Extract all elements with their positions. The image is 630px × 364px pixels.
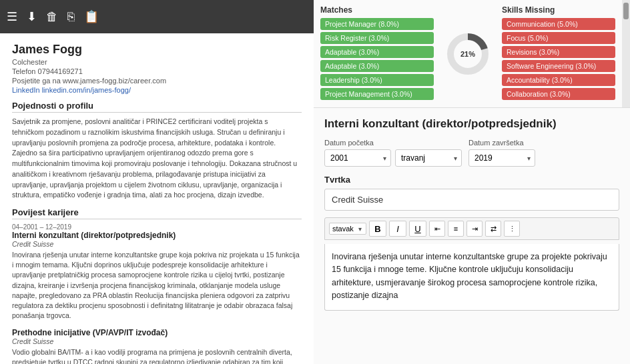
add-document-icon[interactable]: 📋	[84, 9, 99, 24]
matches-title: Matches	[320, 5, 434, 15]
company-section-label: Tvrtka	[324, 175, 619, 185]
month-start-select[interactable]: travanj	[395, 149, 462, 167]
list-button[interactable]: ⋮	[504, 221, 520, 237]
match-item: Risk Register (3.0%)	[320, 32, 434, 44]
date-start-group: Datum početka 2001 travanj	[324, 139, 462, 167]
italic-button[interactable]: I	[389, 221, 406, 237]
skills-missing-list: Communication (5.0%)Focus (5.0%)Revision…	[502, 18, 615, 100]
resume-phone: Telefon 07944169271	[12, 67, 302, 75]
job-desc-2: Vodio globalni BA/ITM- a i kao vodilji p…	[12, 347, 302, 364]
resume-linkedin: LinkedIn linkedin.com/in/james-fogg/	[12, 86, 302, 94]
job-company-1: Credit Suisse	[12, 240, 302, 248]
underline-button[interactable]: U	[409, 221, 426, 237]
resume-website: Posjetite ga na www.james-fogg.biz/caree…	[12, 77, 302, 85]
right-panel: Matches Project Manager (8.0%)Risk Regis…	[314, 0, 630, 364]
job-entry-1: 04–2001 – 12–2019 Interni konzultant (di…	[12, 223, 302, 321]
match-item: Project Management (3.0%)	[320, 88, 434, 100]
job-dates-1: 04–2001 – 12–2019	[12, 223, 302, 231]
main-content: Interni konzultant (direktor/potpredsjed…	[314, 108, 630, 320]
resume-location: Colchester	[12, 58, 302, 66]
date-row: Datum početka 2001 travanj Datum zav	[324, 139, 619, 167]
date-start-label: Datum početka	[324, 139, 462, 147]
match-item: Adaptable (3.0%)	[320, 46, 434, 58]
month-start-wrapper: travanj	[395, 149, 462, 167]
align-left-button[interactable]: ⇤	[429, 221, 445, 237]
job-title-1: Interni konzultant (direktor/potpredsjed…	[12, 231, 302, 240]
left-panel: ☰ ⬇ 🗑 ⎘ 📋 James Fogg Colchester Telefon …	[0, 0, 314, 364]
career-section-title: Povijest karijere	[12, 207, 302, 219]
donut-chart: 21%	[444, 31, 491, 77]
skill-missing-item: Collaboration (3.0%)	[502, 88, 615, 100]
align-right-button[interactable]: ⇥	[466, 221, 483, 237]
match-item: Leadership (3.0%)	[320, 74, 434, 86]
linkedin-label: LinkedIn	[12, 86, 40, 94]
detail-job-title: Interni konzultant (direktor/potpredsjed…	[324, 117, 619, 131]
format-select-wrapper: stavak	[329, 223, 366, 235]
download-icon[interactable]: ⬇	[27, 9, 37, 24]
year-start-select[interactable]: 2001	[324, 149, 391, 167]
skill-missing-item: Software Engineering (3.0%)	[502, 60, 615, 72]
date-end-label: Datum završetka	[468, 139, 535, 147]
match-item: Adaptable (3.0%)	[320, 60, 434, 72]
linkedin-url: linkedin.com/in/james-fogg/	[42, 86, 131, 94]
scrollbar-thumb	[623, 3, 629, 19]
toolbar: ☰ ⬇ 🗑 ⎘ 📋	[0, 0, 314, 33]
job-entry-2: Prethodne inicijative (VP/AVP/IT izvođač…	[12, 328, 302, 364]
profile-section-title: Pojednosti o profilu	[12, 101, 302, 113]
resume-name: James Fogg	[12, 43, 302, 57]
right-scrollbar[interactable]	[622, 0, 630, 107]
resume-header: James Fogg Colchester Telefon 0794416927…	[12, 43, 302, 94]
year-end-wrapper: 2019	[468, 149, 535, 167]
job-desc-1: Inovirana rješenja unutar interne konzul…	[12, 250, 302, 321]
matches-list: Project Manager (8.0%)Risk Register (3.0…	[320, 18, 434, 100]
resume-content: James Fogg Colchester Telefon 0794416927…	[0, 33, 314, 364]
year-start-wrapper: 2001	[324, 149, 391, 167]
align-justify-button[interactable]: ⇄	[485, 221, 501, 237]
bold-button[interactable]: B	[369, 221, 386, 237]
donut-label: 21%	[460, 50, 475, 58]
skill-missing-item: Revisions (3.0%)	[502, 46, 615, 58]
editor-area[interactable]: Inovirana rješenja unutar interne konzul…	[324, 244, 619, 311]
profile-text: Savjetnik za promjene, poslovni analitič…	[12, 117, 302, 201]
skill-missing-item: Accountability (3.0%)	[502, 74, 615, 86]
editor-toolbar: stavak B I U ⇤ ≡ ⇥ ⇄ ⋮	[324, 217, 619, 240]
match-item: Project Manager (8.0%)	[320, 18, 434, 30]
year-end-select[interactable]: 2019	[468, 149, 535, 167]
delete-icon[interactable]: 🗑	[46, 10, 58, 24]
copy-icon[interactable]: ⎘	[67, 10, 75, 24]
editor-container: stavak B I U ⇤ ≡ ⇥ ⇄ ⋮ Inovirana rješenj…	[324, 217, 619, 311]
skill-missing-item: Focus (5.0%)	[502, 32, 615, 44]
company-input[interactable]	[324, 189, 619, 211]
skills-missing-section: Skills Missing Communication (5.0%)Focus…	[495, 0, 622, 107]
date-start-selects: 2001 travanj	[324, 149, 462, 167]
job-company-2: Credit Suisse	[12, 337, 302, 345]
skill-missing-item: Communication (5.0%)	[502, 18, 615, 30]
job-title-2: Prethodne inicijative (VP/AVP/IT izvođač…	[12, 328, 302, 337]
skills-missing-title: Skills Missing	[502, 5, 615, 15]
align-center-button[interactable]: ≡	[448, 221, 464, 237]
format-select[interactable]: stavak	[329, 223, 366, 235]
menu-icon[interactable]: ☰	[7, 9, 17, 24]
matches-section: Matches Project Manager (8.0%)Risk Regis…	[314, 0, 440, 107]
date-end-group: Datum završetka 2019	[468, 139, 535, 167]
donut-area: 21%	[440, 0, 495, 107]
